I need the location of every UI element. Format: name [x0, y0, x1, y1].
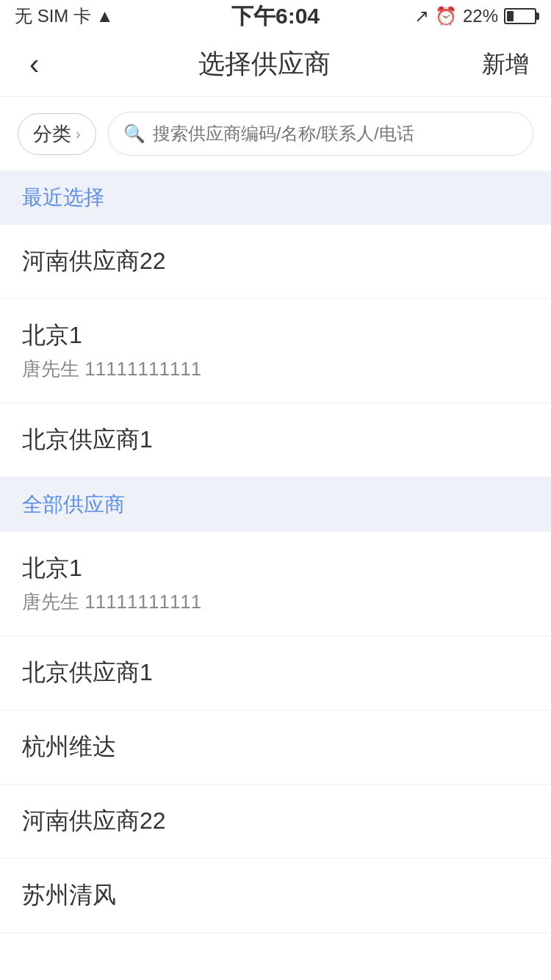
- search-input[interactable]: [153, 123, 518, 144]
- item-name: 杭州维达: [22, 731, 529, 763]
- location-icon: ↗: [414, 6, 429, 26]
- list-item[interactable]: 北京1唐先生 11111111111: [0, 299, 551, 403]
- alarm-icon: ⏰: [435, 6, 457, 26]
- list-item[interactable]: 苏州清风: [0, 859, 551, 933]
- new-action-button[interactable]: 新增: [482, 48, 529, 81]
- item-name: 北京1: [22, 320, 529, 352]
- item-name: 河南供应商22: [22, 245, 529, 278]
- item-name: 北京1: [22, 552, 529, 585]
- item-name: 苏州清风: [22, 879, 529, 912]
- item-sub: 唐先生 11111111111: [22, 356, 529, 382]
- back-button[interactable]: ‹: [22, 40, 46, 88]
- item-name: 河南供应商22: [22, 805, 529, 837]
- list-item[interactable]: 河南供应商22: [0, 225, 551, 299]
- nav-bar: ‹ 选择供应商 新增: [0, 32, 551, 97]
- category-label: 分类: [33, 121, 71, 147]
- recent-section-header: 最近选择: [0, 170, 551, 225]
- list-item[interactable]: 河南供应商22: [0, 785, 551, 859]
- chevron-icon: ›: [76, 126, 81, 143]
- battery-percent: 22%: [463, 6, 498, 26]
- status-bar: 无 SIM 卡 ▲ 下午6:04 ↗ ⏰ 22%: [0, 0, 551, 32]
- list-item[interactable]: 北京供应商1: [0, 403, 551, 478]
- item-name: 北京供应商1: [22, 424, 529, 456]
- sim-label: 无 SIM 卡 ▲: [15, 4, 113, 28]
- category-button[interactable]: 分类 ›: [18, 113, 96, 155]
- page-title: 选择供应商: [198, 46, 331, 82]
- battery-icon: [504, 8, 536, 24]
- item-sub: 唐先生 11111111111: [22, 589, 529, 615]
- recent-list: 河南供应商22北京1唐先生 11111111111北京供应商1: [0, 225, 551, 478]
- status-right: ↗ ⏰ 22%: [414, 6, 536, 26]
- status-left: 无 SIM 卡 ▲: [15, 4, 113, 28]
- item-name: 北京供应商1: [22, 657, 529, 689]
- search-box[interactable]: 🔍: [108, 112, 533, 156]
- all-section-header: 全部供应商: [0, 478, 551, 532]
- filter-bar: 分类 › 🔍: [0, 97, 551, 170]
- search-icon: 🔍: [123, 123, 145, 144]
- list-item[interactable]: 杭州维达: [0, 710, 551, 785]
- list-item[interactable]: 北京1唐先生 11111111111: [0, 532, 551, 636]
- list-item[interactable]: 北京供应商1: [0, 636, 551, 710]
- all-list: 北京1唐先生 11111111111北京供应商1杭州维达河南供应商22苏州清风: [0, 532, 551, 933]
- status-time: 下午6:04: [231, 1, 320, 32]
